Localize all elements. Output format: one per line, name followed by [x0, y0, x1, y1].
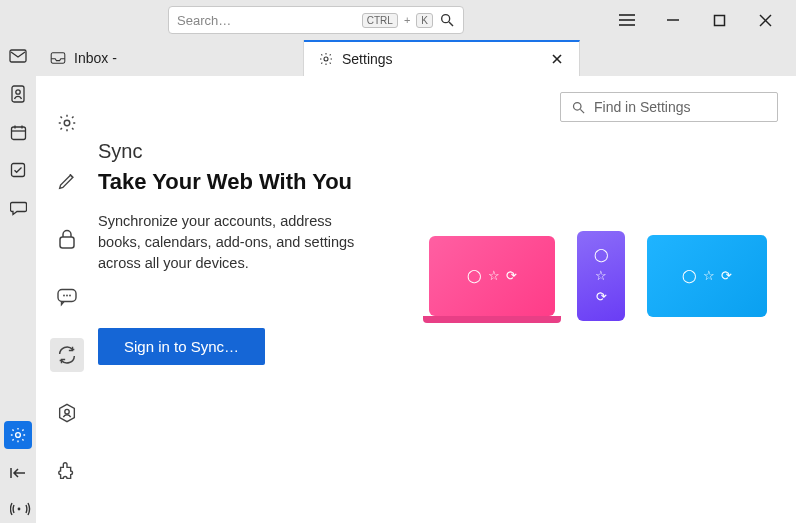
search-input[interactable] — [177, 13, 356, 28]
svg-point-28 — [66, 295, 68, 297]
inbox-icon — [50, 50, 66, 66]
chat-bubble-icon — [56, 287, 78, 307]
device-phone-icon: ◯☆⟳ — [577, 231, 625, 321]
settings-cat-account[interactable] — [50, 396, 84, 430]
minimize-button[interactable] — [662, 9, 684, 31]
shortcut-plus: + — [404, 14, 410, 26]
shortcut-key-k: K — [416, 13, 433, 28]
close-icon — [551, 53, 563, 65]
main-area: Inbox - Settings — [36, 40, 796, 523]
rail-calendar[interactable] — [4, 118, 32, 146]
svg-rect-20 — [51, 53, 65, 63]
svg-point-21 — [324, 57, 328, 61]
tab-inbox-label: Inbox - — [74, 50, 117, 66]
close-window-button[interactable] — [754, 9, 776, 31]
svg-point-30 — [65, 409, 69, 413]
puzzle-icon — [56, 460, 78, 482]
rail-settings[interactable] — [4, 421, 32, 449]
svg-point-29 — [69, 295, 71, 297]
svg-line-1 — [449, 22, 453, 26]
svg-line-32 — [580, 109, 584, 113]
svg-point-0 — [442, 15, 450, 23]
address-book-icon — [10, 85, 26, 103]
find-in-settings[interactable]: Find in Settings — [560, 92, 778, 122]
settings-cat-addons[interactable] — [50, 454, 84, 488]
settings-category-rail — [36, 76, 98, 523]
pencil-icon — [56, 170, 78, 192]
sync-headline: Take Your Web With You — [98, 169, 398, 195]
tab-inbox[interactable]: Inbox - — [36, 40, 304, 76]
shortcut-key-ctrl: CTRL — [362, 13, 398, 28]
settings-content: Find in Settings Sync Take Your Web With… — [36, 76, 796, 523]
lock-icon — [57, 228, 77, 250]
svg-point-17 — [16, 433, 21, 438]
global-search[interactable]: CTRL + K — [168, 6, 464, 34]
tasks-icon — [10, 162, 26, 178]
settings-page: Find in Settings Sync Take Your Web With… — [98, 76, 796, 523]
gear-icon — [9, 426, 27, 444]
svg-rect-25 — [60, 237, 74, 248]
rail-address-book[interactable] — [4, 80, 32, 108]
tab-settings[interactable]: Settings — [304, 40, 580, 76]
app-menu-button[interactable] — [616, 9, 638, 31]
title-bar: CTRL + K — [0, 0, 796, 40]
find-placeholder: Find in Settings — [594, 99, 691, 115]
svg-point-31 — [574, 102, 582, 110]
gear-icon — [56, 112, 78, 134]
settings-cat-privacy[interactable] — [50, 222, 84, 256]
rail-tasks[interactable] — [4, 156, 32, 184]
tab-bar: Inbox - Settings — [36, 40, 796, 76]
gear-icon — [318, 51, 334, 67]
window-controls — [616, 9, 796, 31]
tab-close-button[interactable] — [549, 51, 565, 67]
hex-user-icon — [56, 402, 78, 424]
maximize-button[interactable] — [708, 9, 730, 31]
rail-mail[interactable] — [4, 42, 32, 70]
settings-cat-composition[interactable] — [50, 164, 84, 198]
settings-cat-general[interactable] — [50, 106, 84, 140]
svg-rect-9 — [10, 50, 26, 62]
chat-icon — [10, 200, 27, 216]
svg-point-11 — [16, 90, 20, 94]
svg-rect-12 — [11, 127, 25, 140]
rail-collapse[interactable] — [4, 459, 32, 487]
calendar-icon — [10, 124, 27, 141]
collapse-icon — [9, 466, 27, 480]
search-icon — [571, 100, 586, 115]
rail-chat[interactable] — [4, 194, 32, 222]
status-connection-icon — [10, 501, 32, 517]
settings-cat-chat[interactable] — [50, 280, 84, 314]
search-icon — [439, 12, 455, 28]
sync-devices-illustration: ◯☆⟳ ◯☆⟳ ◯☆⟳ — [418, 186, 778, 365]
app-rail — [0, 40, 36, 523]
tab-settings-label: Settings — [342, 51, 393, 67]
device-tablet-icon: ◯☆⟳ — [647, 235, 767, 317]
settings-cat-sync[interactable] — [50, 338, 84, 372]
sync-description: Synchronize your accounts, address books… — [98, 211, 368, 274]
mail-icon — [9, 49, 27, 63]
svg-rect-6 — [714, 15, 724, 25]
svg-point-27 — [63, 295, 65, 297]
svg-rect-16 — [12, 164, 25, 177]
svg-point-24 — [64, 120, 70, 126]
sign-in-to-sync-button[interactable]: Sign in to Sync… — [98, 328, 265, 365]
page-title: Sync — [98, 140, 398, 163]
svg-point-19 — [18, 508, 21, 511]
device-laptop-icon: ◯☆⟳ — [429, 236, 555, 316]
sync-icon — [56, 344, 78, 366]
